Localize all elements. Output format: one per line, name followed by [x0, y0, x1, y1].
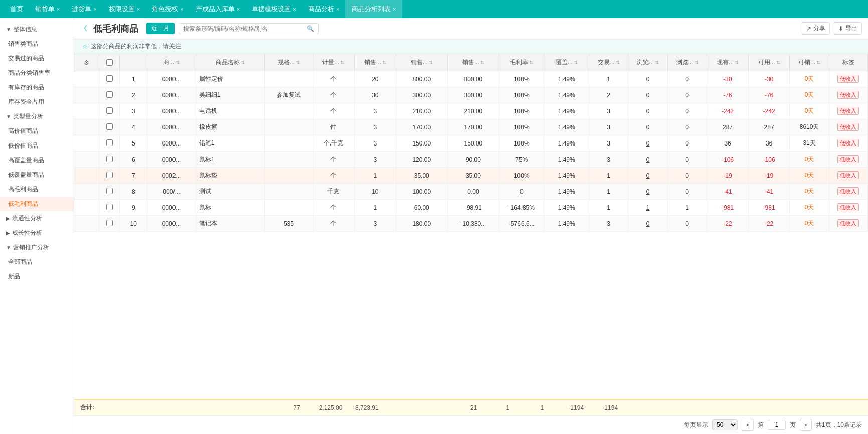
cell-browse1[interactable]: 1: [628, 200, 667, 216]
th-current-stock[interactable]: 现有...⇅: [707, 54, 749, 71]
sidebar-group-liquidity[interactable]: ▶ 流通性分析: [0, 211, 74, 226]
th-check[interactable]: [99, 54, 120, 71]
sidebar-item-low-gross[interactable]: 低毛利商品: [0, 197, 74, 211]
row-checkbox[interactable]: [106, 91, 113, 98]
share-button[interactable]: ↗ 分享: [802, 22, 830, 35]
row-checkbox[interactable]: [106, 220, 113, 226]
nav-close-template[interactable]: ×: [293, 6, 296, 12]
sidebar-item-new-goods[interactable]: 新品: [0, 269, 74, 284]
cell-check[interactable]: [99, 87, 120, 103]
row-checkbox[interactable]: [106, 139, 113, 146]
cell-check[interactable]: [99, 152, 120, 168]
sidebar-group-general[interactable]: ▼ 整体信息: [0, 22, 74, 37]
cell-browse1[interactable]: 0: [628, 135, 667, 152]
cell-browse1[interactable]: 0: [628, 71, 667, 87]
sort-icon-name[interactable]: ⇅: [241, 60, 245, 65]
cell-check[interactable]: [99, 184, 120, 200]
prev-page-button[interactable]: ＜: [742, 419, 754, 431]
nav-product-analysis-list[interactable]: 商品分析列表 ×: [345, 0, 402, 18]
th-browse2[interactable]: 浏览...⇅: [667, 54, 707, 71]
nav-role-auth[interactable]: 角色授权 ×: [146, 0, 189, 18]
cell-check[interactable]: [99, 168, 120, 184]
sort-icon-browse2[interactable]: ⇅: [695, 60, 699, 65]
page-number-input[interactable]: [768, 420, 786, 430]
sidebar-item-all-goods[interactable]: 全部商品: [0, 255, 74, 269]
sidebar-item-high-value[interactable]: 高价值商品: [0, 124, 74, 138]
cell-check[interactable]: [99, 200, 120, 216]
export-button[interactable]: ⬇ 导出: [834, 22, 862, 35]
sidebar-group-type-analysis[interactable]: ▼ 类型量分析: [0, 109, 74, 124]
cell-browse1[interactable]: 0: [628, 152, 667, 168]
cell-browse1[interactable]: 0: [628, 168, 667, 184]
sidebar-item-category-rate[interactable]: 商品分类销售率: [0, 66, 74, 80]
sidebar-item-stocked-goods[interactable]: 有库存的商品: [0, 80, 74, 95]
sort-icon-spec[interactable]: ⇅: [296, 60, 300, 65]
th-setting[interactable]: ⚙: [74, 54, 99, 71]
th-code[interactable]: 商...⇅: [147, 54, 196, 71]
sort-icon-cover-rate[interactable]: ⇅: [574, 60, 578, 65]
row-checkbox[interactable]: [106, 75, 113, 82]
cell-browse1[interactable]: 0: [628, 103, 667, 119]
th-sales-count[interactable]: 销售...⇅: [355, 54, 396, 71]
th-browse1[interactable]: 浏览...⇅: [628, 54, 667, 71]
cell-check[interactable]: [99, 103, 120, 119]
cell-browse1[interactable]: 0: [628, 119, 667, 135]
cell-check[interactable]: [99, 216, 120, 232]
select-all-checkbox[interactable]: [106, 59, 113, 66]
nav-sales-order[interactable]: 销货单 ×: [29, 0, 66, 18]
nav-finished-goods[interactable]: 产成品入库单 ×: [190, 0, 246, 18]
sidebar-group-growth[interactable]: ▶ 成长性分析: [0, 226, 74, 240]
sidebar-item-traded-goods[interactable]: 交易过的商品: [0, 51, 74, 66]
sidebar-group-marketing[interactable]: ▼ 营销推广分析: [0, 240, 74, 255]
th-trade-count[interactable]: 交易...⇅: [589, 54, 628, 71]
sort-icon-sales-profit[interactable]: ⇅: [480, 60, 484, 65]
nav-product-analysis[interactable]: 商品分析 ×: [302, 0, 345, 18]
th-gross-rate[interactable]: 毛利率⇅: [499, 54, 544, 71]
sort-icon-gross-rate[interactable]: ⇅: [529, 60, 533, 65]
sidebar-item-high-gross[interactable]: 高毛利商品: [0, 182, 74, 197]
sidebar-item-low-value[interactable]: 低价值商品: [0, 138, 74, 153]
nav-close-role[interactable]: ×: [180, 6, 183, 12]
nav-template-settings[interactable]: 单据模板设置 ×: [246, 0, 302, 18]
per-page-select[interactable]: 50 100 200: [712, 419, 738, 430]
sort-icon-browse1[interactable]: ⇅: [655, 60, 659, 65]
nav-close-permissions[interactable]: ×: [137, 6, 140, 12]
sort-icon-sales-count[interactable]: ⇅: [382, 60, 386, 65]
th-available[interactable]: 可用...⇅: [748, 54, 790, 71]
sort-icon-code[interactable]: ⇅: [176, 60, 180, 65]
th-cover-rate[interactable]: 覆盖...⇅: [544, 54, 589, 71]
nav-home[interactable]: 首页: [4, 0, 29, 18]
th-sales-profit[interactable]: 销售...⇅: [447, 54, 499, 71]
th-name[interactable]: 商品名称⇅: [196, 54, 265, 71]
sort-icon-trade[interactable]: ⇅: [616, 60, 620, 65]
cell-browse1[interactable]: 0: [628, 216, 667, 232]
filter-button[interactable]: 近一月: [146, 23, 175, 34]
row-checkbox[interactable]: [106, 107, 113, 114]
sort-icon-sales-price[interactable]: ⇅: [429, 60, 433, 65]
nav-close-product-analysis-list[interactable]: ×: [393, 6, 396, 12]
next-page-button[interactable]: ＞: [800, 419, 812, 431]
sort-icon-stock[interactable]: ⇅: [735, 60, 739, 65]
th-unit[interactable]: 计量...⇅: [313, 54, 355, 71]
th-spec[interactable]: 规格...⇅: [265, 54, 313, 71]
sidebar-collapse-icon[interactable]: 《: [80, 24, 87, 33]
cell-check[interactable]: [99, 71, 120, 87]
row-checkbox[interactable]: [106, 172, 113, 178]
th-saleable[interactable]: 可销...⇅: [790, 54, 829, 71]
cell-check[interactable]: [99, 119, 120, 135]
nav-close-sales[interactable]: ×: [57, 6, 60, 12]
sort-icon-saleable[interactable]: ⇅: [816, 60, 820, 65]
sort-icon-available[interactable]: ⇅: [776, 60, 780, 65]
nav-close-product-analysis[interactable]: ×: [336, 6, 339, 12]
sidebar-item-low-coverage[interactable]: 低覆盖量商品: [0, 168, 74, 182]
nav-close-purchase[interactable]: ×: [93, 6, 96, 12]
sidebar-item-stock-capital[interactable]: 库存资金占用: [0, 95, 74, 109]
th-sales-price[interactable]: 销售...⇅: [396, 54, 447, 71]
sidebar-item-high-coverage[interactable]: 高覆盖量商品: [0, 153, 74, 168]
nav-close-finished[interactable]: ×: [237, 6, 240, 12]
nav-permissions[interactable]: 权限设置 ×: [103, 0, 146, 18]
sidebar-item-sales-goods[interactable]: 销售类商品: [0, 37, 74, 51]
sort-icon-unit[interactable]: ⇅: [340, 60, 344, 65]
row-checkbox[interactable]: [106, 188, 113, 194]
row-checkbox[interactable]: [106, 123, 113, 130]
